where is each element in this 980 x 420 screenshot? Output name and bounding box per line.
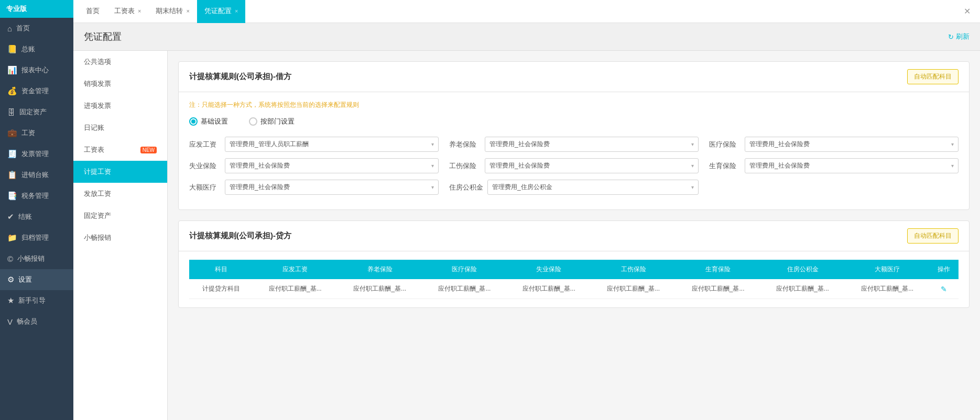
debit-field-0-2: 医疗保险 管理费用_社会保险费 ▾	[709, 137, 959, 152]
content-area: 公共选项销项发票进项发票日记账工资表NEW计提工资发放工资固定资产小畅报销 计提…	[73, 51, 980, 420]
debit-select-1-2[interactable]: 管理费用_社会保险费 ▾	[745, 158, 959, 173]
credit-col-header-6: 生育保险	[676, 260, 760, 279]
sidebar-label-archive: 归档管理	[21, 233, 49, 242]
chevron-down-icon: ▾	[691, 141, 694, 147]
debit-label-2-1: 住房公积金	[449, 183, 483, 192]
edit-icon[interactable]: ✎	[941, 285, 947, 293]
debit-select-value-2-0: 管理费用_社会保险费	[230, 183, 290, 192]
debit-select-1-1[interactable]: 管理费用_社会保险费 ▾	[485, 158, 699, 173]
debit-field-2-1: 住房公积金 管理费用_住房公积金 ▾	[449, 180, 699, 195]
sub-sidebar-item-journal[interactable]: 日记账	[73, 117, 167, 139]
credit-cell-0-1: 应付职工薪酬_基...	[253, 279, 337, 299]
sidebar-item-ledger[interactable]: 📒 总账	[0, 39, 73, 60]
sub-sidebar-label-purchase-invoice: 进项发票	[84, 101, 111, 110]
sidebar-item-salary[interactable]: 💼 工资	[0, 123, 73, 143]
debit-select-value-1-2: 管理费用_社会保险费	[749, 161, 810, 170]
tab-home[interactable]: 首页	[79, 0, 107, 23]
credit-col-header-9: 操作	[930, 260, 959, 279]
sidebar-item-report2[interactable]: © 小畅报销	[0, 248, 73, 269]
debit-note: 注：只能选择一种方式，系统将按照您当前的选择来配置规则	[189, 101, 959, 109]
chevron-down-icon: ▾	[431, 184, 434, 190]
sidebar-icon-tax: 📑	[7, 191, 17, 201]
radio-basic[interactable]: 基础设置	[189, 117, 228, 126]
tab-close-period-end[interactable]: ×	[186, 8, 189, 14]
debit-select-1-0[interactable]: 管理费用_社会保险费 ▾	[225, 158, 439, 173]
sidebar-item-reports[interactable]: 📊 报表中心	[0, 60, 73, 81]
sidebar-item-invoice[interactable]: 🧾 发票管理	[0, 143, 73, 164]
debit-select-0-0[interactable]: 管理费用_管理人员职工薪酬 ▾	[225, 137, 439, 152]
sidebar-label-tax: 税务管理	[21, 191, 49, 201]
debit-select-0-2[interactable]: 管理费用_社会保险费 ▾	[745, 137, 959, 152]
tab-close-voucher-config[interactable]: ×	[235, 8, 238, 14]
sidebar-icon-sales: 📋	[7, 170, 17, 180]
credit-cell-0-2: 应付职工薪酬_基...	[337, 279, 422, 299]
sidebar-icon-guide: ★	[7, 296, 14, 305]
radio-department[interactable]: 按部门设置	[249, 117, 295, 126]
credit-table: 科目应发工资养老保险医疗保险失业保险工伤保险生育保险住房公积金大额医疗操作 计提…	[189, 260, 959, 299]
sub-sidebar-label-issue-salary: 发放工资	[84, 189, 111, 198]
tab-payroll[interactable]: 工资表×	[107, 0, 148, 23]
credit-table-row-0: 计提贷方科目应付职工薪酬_基...应付职工薪酬_基...应付职工薪酬_基...应…	[189, 279, 959, 299]
debit-field-2-0: 大额医疗 管理费用_社会保险费 ▾	[189, 180, 439, 195]
sub-sidebar-item-accrual-salary[interactable]: 计提工资	[73, 161, 167, 183]
refresh-label: 刷新	[956, 32, 970, 41]
sidebar-icon-assets: 🗄	[7, 108, 15, 117]
tab-voucher-config[interactable]: 凭证配置×	[197, 0, 245, 23]
page-title: 凭证配置	[84, 30, 122, 43]
debit-form-row-2: 大额医疗 管理费用_社会保险费 ▾ 住房公积金 管理费用_住房公积金 ▾	[189, 180, 959, 195]
sub-sidebar-item-fixed-assets[interactable]: 固定资产	[73, 205, 167, 227]
app-header: 专业版	[0, 0, 73, 18]
debit-select-2-1[interactable]: 管理费用_住房公积金 ▾	[487, 180, 699, 195]
sidebar-item-assets[interactable]: 🗄 固定资产	[0, 102, 73, 123]
radio-group: 基础设置 按部门设置	[189, 117, 959, 126]
refresh-button[interactable]: ↻ 刷新	[948, 32, 970, 41]
debit-select-value-0-2: 管理费用_社会保险费	[749, 140, 810, 149]
sidebar-item-sales[interactable]: 📋 进销台账	[0, 164, 73, 185]
sidebar-label-reports: 报表中心	[21, 65, 49, 75]
tab-close-payroll[interactable]: ×	[138, 8, 141, 14]
debit-select-value-2-1: 管理费用_住房公积金	[492, 183, 552, 192]
radio-basic-circle	[189, 117, 198, 126]
sidebar-label-invoice: 发票管理	[21, 149, 49, 159]
sidebar-item-tax[interactable]: 📑 税务管理	[0, 185, 73, 206]
new-badge-payroll-table: NEW	[140, 147, 157, 153]
credit-cell-0-3: 应付职工薪酬_基...	[422, 279, 506, 299]
sidebar-item-settings[interactable]: ⚙ 设置	[0, 269, 73, 290]
sidebar-item-funds[interactable]: 💰 资金管理	[0, 81, 73, 102]
credit-section-header: 计提核算规则(公司承担)-贷方 自动匹配科目	[179, 221, 969, 251]
credit-auto-match-button[interactable]: 自动匹配科目	[907, 228, 959, 244]
credit-cell-0-9[interactable]: ✎	[930, 279, 959, 299]
credit-cell-0-4: 应付职工薪酬_基...	[507, 279, 591, 299]
tab-period-end[interactable]: 期末结转×	[148, 0, 197, 23]
radio-basic-label: 基础设置	[201, 117, 228, 126]
sidebar-item-archive[interactable]: 📁 归档管理	[0, 227, 73, 248]
sub-sidebar-item-public[interactable]: 公共选项	[73, 51, 167, 73]
sub-sidebar-item-payroll-table[interactable]: 工资表NEW	[73, 139, 167, 161]
sidebar-icon-reports: 📊	[7, 65, 17, 75]
debit-section-header: 计提核算规则(公司承担)-借方 自动匹配科目	[179, 62, 969, 92]
debit-form-row-0: 应发工资 管理费用_管理人员职工薪酬 ▾ 养老保险 管理费用_社会保险费 ▾ 医…	[189, 137, 959, 152]
sidebar-item-member[interactable]: V 畅会员	[0, 311, 73, 332]
sidebar-item-settlement[interactable]: ✔ 结账	[0, 206, 73, 227]
sidebar-icon-report2: ©	[7, 255, 13, 263]
debit-auto-match-button[interactable]: 自动匹配科目	[907, 69, 959, 84]
tab-label-home: 首页	[86, 6, 100, 16]
credit-cell-0-5: 应付职工薪酬_基...	[591, 279, 676, 299]
sidebar-item-home[interactable]: ⌂ 首页	[0, 18, 73, 39]
debit-label-0-2: 医疗保险	[709, 140, 741, 149]
sidebar-item-guide[interactable]: ★ 新手引导	[0, 290, 73, 311]
sub-sidebar-item-sales-invoice[interactable]: 销项发票	[73, 73, 167, 95]
debit-field-0-0: 应发工资 管理费用_管理人员职工薪酬 ▾	[189, 137, 439, 152]
sub-sidebar-item-purchase-invoice[interactable]: 进项发票	[73, 95, 167, 117]
credit-col-header-5: 工伤保险	[591, 260, 676, 279]
debit-select-2-0[interactable]: 管理费用_社会保险费 ▾	[225, 180, 439, 195]
close-panel-button[interactable]: ✕	[959, 4, 975, 19]
sub-sidebar-item-petty[interactable]: 小畅报销	[73, 227, 167, 249]
sidebar-label-home: 首页	[16, 24, 30, 33]
radio-department-circle	[249, 117, 257, 126]
debit-field-1-2: 生育保险 管理费用_社会保险费 ▾	[709, 158, 959, 173]
debit-select-0-1[interactable]: 管理费用_社会保险费 ▾	[485, 137, 699, 152]
sub-sidebar-item-issue-salary[interactable]: 发放工资	[73, 183, 167, 205]
sidebar-label-assets: 固定资产	[19, 107, 47, 117]
debit-field-1-0: 失业保险 管理费用_社会保险费 ▾	[189, 158, 439, 173]
